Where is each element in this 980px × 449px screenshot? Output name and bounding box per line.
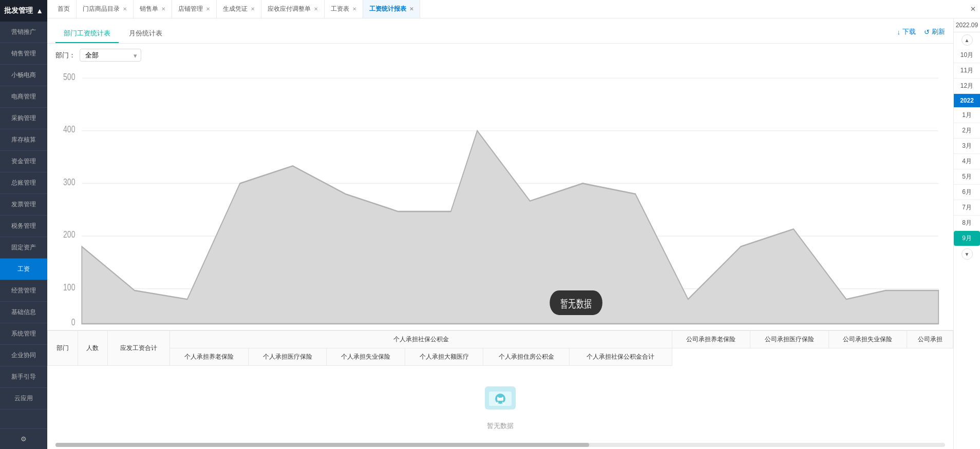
no-data-tooltip-text: 暂无数据 — [560, 298, 592, 309]
sidebar-item-cloud[interactable]: 云应用 — [0, 388, 47, 409]
sidebar-item-ecommerce-small[interactable]: 小畅电商 — [0, 65, 47, 86]
date-item-apr[interactable]: 4月 — [954, 154, 980, 169]
svg-rect-10 — [498, 396, 502, 398]
th-group-personal: 个人承担社保公积金 — [170, 331, 672, 348]
sidebar-item-sales[interactable]: 销售管理 — [0, 43, 47, 65]
tab-close-sales-order[interactable]: ✕ — [161, 6, 165, 12]
tab-store-catalog[interactable]: 门店商品目录 ✕ — [77, 0, 134, 18]
tab-home[interactable]: 首页 — [51, 0, 77, 18]
th-company-pension: 公司承担养老保险 — [672, 331, 750, 348]
sidebar-item-operations[interactable]: 经营管理 — [0, 280, 47, 302]
tab-payroll-report[interactable]: 工资统计报表 ✕ — [363, 0, 420, 18]
sidebar-item-collab[interactable]: 企业协同 — [0, 345, 47, 366]
date-panel-year: 2022.09 — [954, 18, 980, 32]
date-nav-up[interactable]: ▲ — [962, 34, 973, 46]
sidebar-title: 批发管理 — [4, 6, 33, 15]
date-item-jun[interactable]: 6月 — [954, 185, 980, 200]
download-icon: ↓ — [897, 28, 901, 36]
sidebar-item-invoice[interactable]: 发票管理 — [0, 194, 47, 216]
toolbar-right-area: ↓ 下载 ↺ 刷新 — [897, 25, 946, 43]
empty-state: 暂无数据 — [47, 366, 953, 441]
date-item-jul[interactable]: 7月 — [954, 200, 980, 216]
date-item-feb[interactable]: 2月 — [954, 123, 980, 139]
sidebar-item-base-info[interactable]: 基础信息 — [0, 302, 47, 323]
date-item-aug[interactable]: 8月 — [954, 216, 980, 231]
tab-close-store-catalog[interactable]: ✕ — [123, 6, 127, 12]
th-personal-major-medical: 个人承担大额医疗 — [405, 348, 483, 366]
sidebar-item-guide[interactable]: 新手引导 — [0, 366, 47, 388]
dept-label: 部门： — [55, 51, 76, 60]
date-panel: 2022.09 ▲ 10月 11月 12月 2022 1月 2月 3月 4月 5… — [953, 18, 980, 449]
tab-voucher[interactable]: 生成凭证 ✕ — [217, 0, 261, 18]
tab-store-mgmt[interactable]: 店铺管理 ✕ — [172, 0, 217, 18]
sidebar-item-ecommerce[interactable]: 电商管理 — [0, 86, 47, 108]
chart-area-fill — [82, 131, 938, 324]
download-btn[interactable]: ↓ 下载 — [897, 25, 916, 39]
dept-select-wrapper: 全部 — [80, 49, 141, 62]
th-company-unemp: 公司承担失业保险 — [828, 331, 907, 348]
tab-ar-ap[interactable]: 应收应付调整单 ✕ — [261, 0, 325, 18]
sidebar-item-ledger[interactable]: 总账管理 — [0, 172, 47, 194]
sidebar-item-purchase[interactable]: 采购管理 — [0, 108, 47, 129]
sidebar-settings[interactable]: ⚙ — [0, 428, 47, 449]
date-item-jan[interactable]: 1月 — [954, 108, 980, 123]
y-label-100: 100 — [63, 282, 76, 292]
sidebar-item-tax[interactable]: 税务管理 — [0, 216, 47, 237]
th-personal-total: 个人承担社保公积金合计 — [570, 348, 672, 366]
tab-sales-order[interactable]: 销售单 ✕ — [134, 0, 172, 18]
date-nav-down[interactable]: ▼ — [962, 248, 973, 260]
sidebar: 批发管理 ▲ 营销推广 销售管理 小畅电商 电商管理 采购管理 库存核算 资金管… — [0, 0, 47, 449]
sidebar-item-inventory[interactable]: 库存核算 — [0, 129, 47, 151]
sub-tab-bar: 部门工资统计表 月份统计表 ↓ 下载 ↺ 刷新 — [47, 18, 953, 44]
tab-payroll[interactable]: 工资表 ✕ — [325, 0, 363, 18]
th-company-other: 公司承担 — [907, 331, 953, 348]
filter-toolbar: 部门： 全部 — [47, 44, 953, 67]
settings-icon: ⚙ — [21, 435, 27, 443]
y-label-0: 0 — [71, 317, 76, 327]
empty-state-icon — [480, 376, 521, 417]
sub-tab-dept[interactable]: 部门工资统计表 — [55, 25, 119, 43]
th-personal-housing: 个人承担住房公积金 — [483, 348, 570, 366]
date-item-dec[interactable]: 12月 — [954, 79, 980, 94]
date-item-oct[interactable]: 10月 — [954, 48, 980, 63]
tab-close-payroll[interactable]: ✕ — [352, 6, 356, 12]
y-label-200: 200 — [63, 229, 76, 240]
date-item-nov[interactable]: 11月 — [954, 63, 980, 79]
th-company-medical: 公司承担医疗保险 — [750, 331, 828, 348]
sidebar-item-payroll[interactable]: 工资 — [0, 259, 47, 280]
sidebar-item-marketing[interactable]: 营销推广 — [0, 22, 47, 43]
tab-close-voucher[interactable]: ✕ — [251, 6, 255, 12]
y-label-300: 300 — [63, 177, 76, 187]
date-item-mar[interactable]: 3月 — [954, 139, 980, 154]
close-window-icon[interactable]: ✕ — [970, 5, 976, 13]
main-area: 首页 门店商品目录 ✕ 销售单 ✕ 店铺管理 ✕ 生成凭证 ✕ 应收应付调整单 … — [47, 0, 980, 449]
date-item-year-2022[interactable]: 2022 — [954, 94, 980, 108]
table-area: 部门 人数 应发工资合计 个人承担社保公积金 公司承担养老保险 公司承担医疗保险… — [47, 330, 953, 449]
content-area: 部门工资统计表 月份统计表 ↓ 下载 ↺ 刷新 — [47, 18, 980, 449]
th-personal-medical: 个人承担医疗保险 — [248, 348, 326, 366]
date-item-sep[interactable]: 9月 — [954, 231, 980, 246]
sub-tab-month[interactable]: 月份统计表 — [121, 25, 171, 43]
th-dept: 部门 — [48, 331, 78, 366]
sidebar-header[interactable]: 批发管理 ▲ — [0, 0, 47, 22]
dept-select[interactable]: 全部 — [80, 49, 141, 62]
sidebar-item-finance[interactable]: 资金管理 — [0, 151, 47, 172]
tab-bar: 首页 门店商品目录 ✕ 销售单 ✕ 店铺管理 ✕ 生成凭证 ✕ 应收应付调整单 … — [47, 0, 980, 18]
data-table: 部门 人数 应发工资合计 个人承担社保公积金 公司承担养老保险 公司承担医疗保险… — [47, 330, 953, 366]
tab-close-store-mgmt[interactable]: ✕ — [206, 6, 210, 12]
tab-close-ar-ap[interactable]: ✕ — [314, 6, 318, 12]
scrollbar-thumb[interactable] — [55, 443, 589, 447]
horizontal-scrollbar[interactable] — [55, 443, 945, 447]
chart-svg: 500 400 300 200 100 0 — [55, 67, 945, 330]
th-count: 人数 — [78, 331, 108, 366]
sidebar-toggle-icon: ▲ — [36, 7, 43, 15]
th-personal-pension: 个人承担养老保险 — [170, 348, 248, 366]
th-personal-unemp: 个人承担失业保险 — [327, 348, 405, 366]
sidebar-item-system[interactable]: 系统管理 — [0, 323, 47, 345]
tab-bar-controls: ✕ — [970, 5, 976, 13]
page-content: 部门工资统计表 月份统计表 ↓ 下载 ↺ 刷新 — [47, 18, 953, 449]
tab-close-payroll-report[interactable]: ✕ — [409, 6, 413, 12]
date-item-may[interactable]: 5月 — [954, 169, 980, 185]
sidebar-item-assets[interactable]: 固定资产 — [0, 237, 47, 259]
refresh-btn[interactable]: ↺ 刷新 — [924, 25, 945, 39]
